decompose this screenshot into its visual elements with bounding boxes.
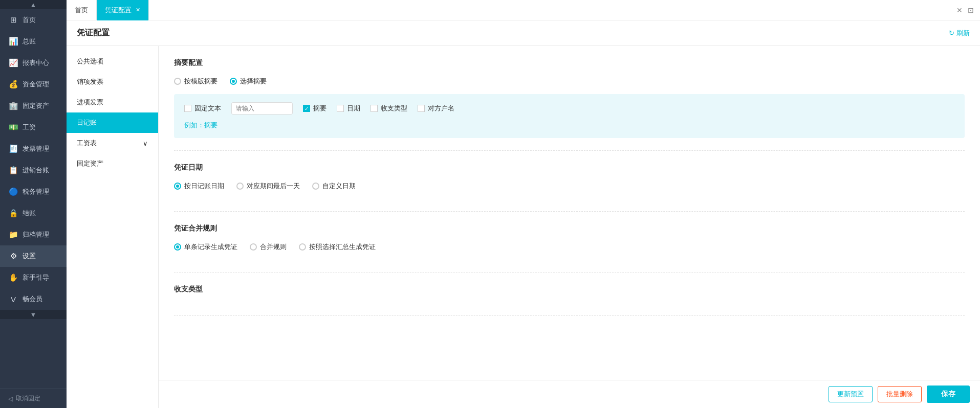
page-header: 凭证配置 ↻ 刷新 <box>67 20 980 46</box>
select-merge-radio-circle <box>299 243 306 251</box>
checkbox-date[interactable]: 日期 <box>337 104 360 113</box>
sidebar-item-tax[interactable]: 🔵 税务管理 <box>0 181 67 202</box>
left-nav-purchase-invoice[interactable]: 进项发票 <box>67 92 158 112</box>
settings-icon: ⚙ <box>8 252 18 261</box>
checkbox-counterpart[interactable]: 对方户名 <box>418 104 454 113</box>
close-accounts-icon: 🔒 <box>8 209 18 218</box>
sidebar-item-home[interactable]: ⊞ 首页 <box>0 9 67 31</box>
sidebar-item-ledger[interactable]: 📊 总账 <box>0 31 67 52</box>
sidebar-item-archive[interactable]: 📁 归档管理 <box>0 224 67 245</box>
date-radio-journal[interactable]: 按日记账日期 <box>174 182 224 191</box>
content-area: 公共选项 销项发票 进项发票 日记账 工资表 ∨ 固定资产 <box>67 46 980 408</box>
sidebar-item-guide[interactable]: ✋ 新手引导 <box>0 267 67 288</box>
counterpart-checkbox <box>418 105 425 112</box>
left-nav-journal[interactable]: 日记账 <box>67 112 158 133</box>
example-text: 例如：摘要 <box>184 121 954 130</box>
sidebar-item-invoice-mgmt[interactable]: 🧾 发票管理 <box>0 138 67 160</box>
income-type-checkbox <box>371 105 378 112</box>
update-preview-button[interactable]: 更新预置 <box>829 386 873 402</box>
bottom-bar: 更新预置 批量删除 保存 <box>159 380 980 408</box>
window-maximize-icon[interactable]: ⊡ <box>968 6 974 14</box>
batch-delete-button[interactable]: 批量删除 <box>878 386 922 402</box>
window-controls: ✕ ⊡ <box>956 6 980 14</box>
tab-home[interactable]: 首页 <box>67 0 97 20</box>
checkbox-fixed-text[interactable]: 固定文本 <box>184 104 221 113</box>
abstract-config-section: 摘要配置 按模版摘要 选择摘要 <box>174 58 965 151</box>
abstract-checkbox: ✓ <box>303 105 310 112</box>
sidebar-item-reports[interactable]: 📈 报表中心 <box>0 52 67 74</box>
date-section-title: 凭证日期 <box>174 163 965 172</box>
tab-bar: 首页 凭证配置 ✕ ✕ ⊡ <box>67 0 980 20</box>
purchase-sales-icon: 📋 <box>8 166 18 175</box>
checkbox-area: 固定文本 ✓ 摘要 日期 <box>174 94 965 138</box>
sidebar-item-finance[interactable]: 💰 资金管理 <box>0 74 67 95</box>
sidebar-item-assets[interactable]: 🏢 固定资产 <box>0 95 67 117</box>
right-content: 摘要配置 按模版摘要 选择摘要 <box>159 46 980 408</box>
select-radio-circle <box>230 78 237 85</box>
merge-radio-single[interactable]: 单条记录生成凭证 <box>174 242 237 252</box>
right-content-inner: 摘要配置 按模版摘要 选择摘要 <box>159 46 980 371</box>
assets-icon: 🏢 <box>8 101 18 110</box>
member-icon: V <box>8 295 18 304</box>
left-nav-sales-invoice[interactable]: 销项发票 <box>67 72 158 92</box>
date-radio-period-last[interactable]: 对应期间最后一天 <box>236 182 300 191</box>
finance-icon: 💰 <box>8 80 18 89</box>
sidebar-item-salary[interactable]: 💵 工资 <box>0 117 67 138</box>
abstract-radio-group: 按模版摘要 选择摘要 <box>174 77 965 86</box>
sidebar-item-settings[interactable]: ⚙ 设置 <box>0 245 67 267</box>
template-radio-circle <box>174 78 181 85</box>
date-radio-custom[interactable]: 自定义日期 <box>312 182 356 191</box>
fixed-text-checkbox <box>184 105 191 112</box>
date-checkbox <box>337 105 344 112</box>
merge-rule-radio-circle <box>250 243 257 251</box>
income-type-section: 收支类型 <box>174 285 965 316</box>
abstract-section-title: 摘要配置 <box>174 58 965 67</box>
chevron-down-icon: ∨ <box>143 140 148 147</box>
sidebar-item-purchase-sales[interactable]: 📋 进销台账 <box>0 160 67 181</box>
unpin-button[interactable]: ◁ 取消固定 <box>0 389 67 408</box>
refresh-icon: ↻ <box>949 29 954 37</box>
merge-config-section: 凭证合并规则 单条记录生成凭证 合并规则 <box>174 224 965 273</box>
period-last-radio-circle <box>236 183 244 190</box>
sidebar: ▲ ⊞ 首页 📊 总账 📈 报表中心 💰 资金管理 🏢 固定资产 💵 工资 🧾 … <box>0 0 67 408</box>
merge-radio-select-merge[interactable]: 按照选择汇总生成凭证 <box>299 242 376 252</box>
ledger-icon: 📊 <box>8 37 18 46</box>
left-nav: 公共选项 销项发票 进项发票 日记账 工资表 ∨ 固定资产 <box>67 46 159 408</box>
tax-icon: 🔵 <box>8 187 18 196</box>
reports-icon: 📈 <box>8 58 18 67</box>
main-area: 首页 凭证配置 ✕ ✕ ⊡ 凭证配置 ↻ 刷新 公共选项 <box>67 0 980 408</box>
content-wrapper: 凭证配置 ↻ 刷新 公共选项 销项发票 进项发票 日记账 <box>67 20 980 408</box>
sidebar-item-member[interactable]: V 畅会员 <box>0 288 67 310</box>
checkbox-row: 固定文本 ✓ 摘要 日期 <box>184 102 954 115</box>
date-config-section: 凭证日期 按日记账日期 对应期间最后一天 <box>174 163 965 212</box>
single-radio-circle <box>174 243 181 251</box>
merge-section-title: 凭证合并规则 <box>174 224 965 233</box>
archive-icon: 📁 <box>8 230 18 239</box>
sidebar-scroll-down[interactable]: ▼ <box>0 310 67 319</box>
window-close-icon[interactable]: ✕ <box>956 6 963 14</box>
tab-close-icon[interactable]: ✕ <box>136 7 140 13</box>
abstract-radio-template[interactable]: 按模版摘要 <box>174 77 217 86</box>
sidebar-item-close[interactable]: 🔒 结账 <box>0 202 67 224</box>
checkbox-income-type[interactable]: 收支类型 <box>371 104 407 113</box>
tab-voucher-config[interactable]: 凭证配置 ✕ <box>97 0 149 20</box>
checkbox-abstract[interactable]: ✓ 摘要 <box>303 104 326 113</box>
refresh-button[interactable]: ↻ 刷新 <box>949 29 970 38</box>
left-nav-payroll[interactable]: 工资表 ∨ <box>67 133 158 153</box>
page-title: 凭证配置 <box>77 28 110 38</box>
salary-icon: 💵 <box>8 123 18 132</box>
journal-date-radio-circle <box>174 183 181 190</box>
fixed-text-input[interactable] <box>231 102 293 115</box>
invoice-mgmt-icon: 🧾 <box>8 144 18 153</box>
merge-radio-merge-rule[interactable]: 合并规则 <box>250 242 287 252</box>
date-radio-group: 按日记账日期 对应期间最后一天 自定义日期 <box>174 182 965 191</box>
save-button[interactable]: 保存 <box>927 386 970 403</box>
guide-icon: ✋ <box>8 273 18 282</box>
left-nav-fixed-assets[interactable]: 固定资产 <box>67 153 158 174</box>
income-type-section-title: 收支类型 <box>174 285 965 294</box>
home-icon: ⊞ <box>8 15 18 25</box>
left-nav-public[interactable]: 公共选项 <box>67 51 158 72</box>
sidebar-scroll-up[interactable]: ▲ <box>0 0 67 9</box>
merge-radio-group: 单条记录生成凭证 合并规则 按照选择汇总生成凭证 <box>174 242 965 252</box>
abstract-radio-select[interactable]: 选择摘要 <box>230 77 267 86</box>
